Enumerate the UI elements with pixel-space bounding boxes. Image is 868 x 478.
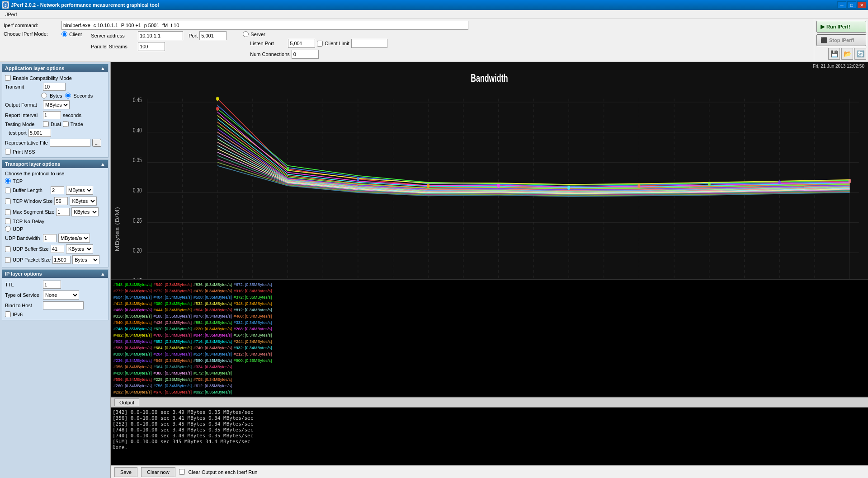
test-port-input[interactable] <box>28 129 51 137</box>
open-icon-button[interactable]: 📂 <box>841 48 853 60</box>
legend-column-4: #672: [0.35MBytes/s]#916: [0.34MBytes/s]… <box>233 281 273 397</box>
buffer-length-unit[interactable]: MBytesKBytesBytes <box>66 186 93 195</box>
transport-layer-toggle[interactable]: ▲ <box>100 161 105 167</box>
jperf-menu-item[interactable]: JPerf <box>2 11 21 18</box>
rep-file-input[interactable] <box>50 139 90 147</box>
tcp-no-delay-checkbox[interactable] <box>5 218 11 224</box>
save-icon-button[interactable]: 💾 <box>828 48 840 60</box>
ip-layer-header[interactable]: IP layer options ▲ <box>2 270 108 278</box>
max-segment-unit[interactable]: KBytesMBytesBytes <box>71 207 99 216</box>
client-limit-input[interactable] <box>351 39 387 48</box>
tcp-window-input[interactable] <box>54 197 68 205</box>
clear-on-run-checkbox[interactable] <box>179 469 185 475</box>
ip-layer-toggle[interactable]: ▲ <box>100 271 105 276</box>
num-connections-input[interactable] <box>292 50 319 59</box>
legend-item: #644: [0.35MBytes/s] <box>153 395 193 397</box>
output-line: [740] 0.0-10.00 sec 3.48 MBytes 0.35 MBy… <box>113 433 866 439</box>
output-tab-item[interactable]: Output <box>114 398 139 406</box>
app-layer-toggle[interactable]: ▲ <box>100 66 105 71</box>
server-address-input[interactable] <box>138 31 183 40</box>
svg-point-67 <box>216 97 219 101</box>
buffer-length-input[interactable] <box>51 186 64 194</box>
legend-item: #212: [0.34MBytes/s] <box>233 351 273 357</box>
buffer-length-checkbox[interactable] <box>5 187 11 193</box>
output-line: [342] 0.0-10.00 sec 3.49 MBytes 0.35 MBy… <box>113 409 866 415</box>
tcp-window-row: TCP Window Size KBytesMBytesBytes <box>5 197 105 206</box>
bytes-radio[interactable] <box>41 93 47 98</box>
content-area: Application layer options ▲ Enable Compa… <box>0 62 868 478</box>
trade-label: Trade <box>71 122 83 127</box>
listen-port-label: Listen Port <box>250 41 286 46</box>
legend-item: #844: [0.35MBytes/s] <box>193 332 233 338</box>
close-button[interactable]: ✕ <box>857 1 866 9</box>
legend-item: #420: [0.34MBytes/s] <box>113 370 153 376</box>
parallel-streams-input[interactable] <box>138 42 165 51</box>
num-connections-label: Num Connections <box>250 52 289 57</box>
udp-buffer-checkbox[interactable] <box>5 246 11 252</box>
legend-item: #772: [0.34MBytes/s] <box>113 288 153 294</box>
trade-checkbox[interactable] <box>63 121 69 127</box>
seconds-radio[interactable] <box>65 93 71 98</box>
tcp-window-checkbox[interactable] <box>5 198 11 204</box>
legend-item: #468: [0.34MBytes/s] <box>113 307 153 313</box>
udp-packet-input[interactable] <box>52 256 71 264</box>
svg-point-76 <box>778 180 781 184</box>
run-iperf-button[interactable]: ▶ Run IPerf! <box>816 21 866 33</box>
udp-radio[interactable] <box>5 226 11 232</box>
legend-item: #228: [0.35MBytes/s] <box>153 376 193 383</box>
compat-mode-row: Enable Compatibility Mode <box>5 75 105 81</box>
client-radio[interactable] <box>61 31 67 37</box>
udp-packet-checkbox[interactable] <box>5 257 11 263</box>
udp-label: UDP <box>13 226 23 232</box>
test-port-row: test port <box>9 129 105 137</box>
svg-point-70 <box>357 177 359 181</box>
save-button[interactable]: Save <box>114 467 137 477</box>
bytes-label: Bytes <box>50 93 62 98</box>
dual-checkbox[interactable] <box>43 121 49 127</box>
app-layer-header[interactable]: Application layer options ▲ <box>2 64 108 72</box>
print-mss-checkbox[interactable] <box>5 149 11 155</box>
iperf-command-input[interactable] <box>61 21 468 30</box>
refresh-icon-button[interactable]: 🔄 <box>854 48 866 60</box>
stop-iperf-button[interactable]: ⬛ Stop IPerf! <box>816 34 866 46</box>
max-segment-input[interactable] <box>56 208 70 216</box>
chart-area: Fri, 21 Jun 2013 12:02:50 Bandwidth 0.45… <box>111 62 868 397</box>
clear-now-button[interactable]: Clear now <box>141 467 175 477</box>
tos-select[interactable]: None Low Delay Throughput Reliability <box>43 291 79 300</box>
legend-item: #556: [0.34MBytes/s] <box>113 376 153 383</box>
choose-mode-label: Choose IPerf Mode: <box>4 31 58 37</box>
port-input[interactable] <box>199 31 226 40</box>
minimize-button[interactable]: ─ <box>837 1 846 9</box>
udp-buffer-input[interactable] <box>51 245 64 253</box>
udp-bandwidth-label: UDP Bandwidth <box>5 235 41 241</box>
server-radio[interactable] <box>243 31 249 37</box>
window-controls: ─ □ ✕ <box>837 1 866 9</box>
transport-layer-header[interactable]: Transport layer options ▲ <box>2 160 108 168</box>
maximize-button[interactable]: □ <box>847 1 856 9</box>
tcp-window-unit[interactable]: KBytesMBytesBytes <box>70 197 97 206</box>
report-interval-input[interactable] <box>43 111 61 119</box>
rep-file-label: Representative File <box>5 140 48 145</box>
udp-bandwidth-unit[interactable]: MBytes/secKBytes/sec <box>58 234 90 243</box>
legend-item: #604: [0.34MBytes/s] <box>113 294 153 300</box>
udp-buffer-unit[interactable]: KBytesMBytesBytes <box>66 244 93 253</box>
output-format-select[interactable]: MBytes KBytes Bytes Gbits Mbits <box>43 100 70 109</box>
legend-item: #436: [0.34MBytes/s] <box>153 319 193 326</box>
iperf-command-row: Iperf command: <box>4 21 810 30</box>
ttl-input[interactable] <box>43 281 61 289</box>
ttl-row: TTL <box>5 281 105 289</box>
tcp-radio[interactable] <box>5 178 11 184</box>
ipv6-checkbox[interactable] <box>5 311 11 317</box>
udp-packet-unit[interactable]: BytesKBytes <box>72 255 99 264</box>
max-segment-checkbox[interactable] <box>5 209 11 215</box>
compat-mode-checkbox[interactable] <box>5 75 11 81</box>
compat-mode-label: Enable Compatibility Mode <box>13 75 72 81</box>
rep-file-browse-button[interactable]: ... <box>92 139 101 147</box>
legend-column-2: #540: [0.34MBytes/s]#772: [0.34MBytes/s]… <box>153 281 193 397</box>
legend-item: #532: [0.34MBytes/s] <box>193 300 233 307</box>
udp-bandwidth-input[interactable] <box>43 234 57 242</box>
client-limit-checkbox[interactable] <box>317 41 323 47</box>
transmit-input[interactable] <box>43 83 66 91</box>
listen-port-input[interactable] <box>288 39 315 48</box>
bind-host-input[interactable] <box>43 301 84 309</box>
